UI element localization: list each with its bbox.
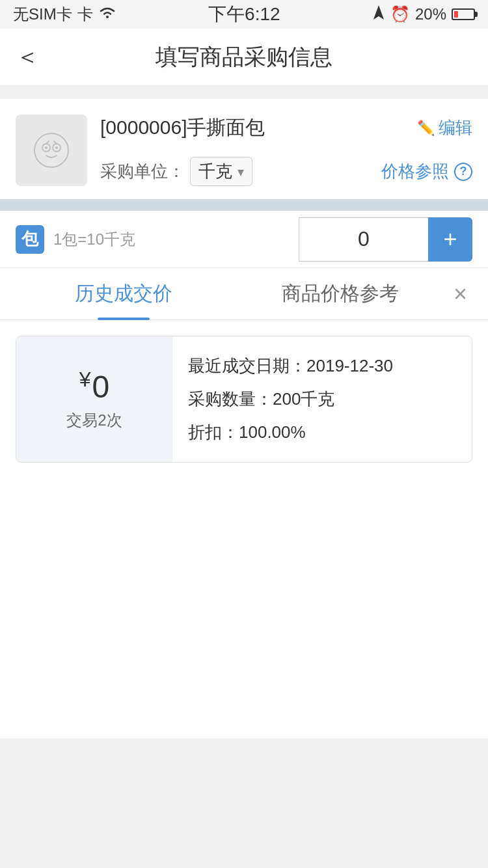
recent-date-label: 最近成交日期： — [188, 356, 306, 375]
history-card: ¥0 交易2次 最近成交日期：2019-12-30 采购数量：200千克 折扣：… — [16, 336, 472, 463]
quantity-row: 包 1包=10千克 + — [0, 211, 488, 268]
history-times-label: 交易2次 — [66, 410, 122, 431]
product-card: [0000006]手撕面包 ✏️ 编辑 采购单位： 千克 ▾ 价格参照 ? — [0, 99, 488, 199]
help-icon: ? — [454, 163, 472, 181]
edit-button[interactable]: ✏️ 编辑 — [417, 116, 472, 139]
purchase-qty-row: 采购数量：200千克 — [188, 388, 456, 411]
alarm-icon: ⏰ — [390, 5, 410, 23]
recent-date-row: 最近成交日期：2019-12-30 — [188, 355, 456, 377]
unit-conversion-text: 1包=10千克 — [53, 229, 135, 250]
tabs-header: 历史成交价 商品价格参考 × — [0, 268, 488, 320]
svg-point-4 — [45, 146, 47, 149]
empty-content-area — [0, 478, 488, 739]
qty-input-group: + — [299, 217, 472, 262]
page-title: 填写商品采购信息 — [156, 42, 332, 72]
product-unit-row: 采购单位： 千克 ▾ 价格参照 ? — [100, 157, 472, 186]
discount-value: 100.00% — [239, 422, 306, 442]
history-price-value: ¥0 — [79, 368, 110, 405]
status-time: 下午6:12 — [208, 2, 280, 27]
svg-marker-0 — [373, 5, 384, 20]
section-divider — [0, 199, 488, 211]
carrier-text: 无SIM卡 — [13, 4, 72, 25]
status-right: ⏰ 20% — [372, 4, 475, 25]
price-ref-label: 价格参照 — [381, 160, 449, 183]
location-icon — [372, 4, 385, 25]
tab-close-button[interactable]: × — [448, 280, 472, 308]
tabs-section: 历史成交价 商品价格参考 × ¥0 交易2次 最近成交日期：2019-12-30… — [0, 268, 488, 478]
tab-history-price-label: 历史成交价 — [75, 280, 172, 307]
tab-price-reference[interactable]: 商品价格参考 — [232, 268, 448, 320]
tab-active-indicator — [98, 318, 150, 320]
tab-price-reference-label: 商品价格参考 — [282, 280, 399, 307]
status-left: 无SIM卡 卡 — [13, 4, 116, 25]
history-card-price-section: ¥0 交易2次 — [16, 336, 172, 462]
unit-label: 采购单位： — [100, 160, 185, 183]
history-card-detail-section: 最近成交日期：2019-12-30 采购数量：200千克 折扣：100.00% — [172, 336, 472, 462]
tab-history-price[interactable]: 历史成交价 — [16, 268, 232, 320]
discount-label: 折扣： — [188, 422, 239, 442]
price-ref-button[interactable]: 价格参照 ? — [381, 160, 472, 183]
battery-percent: 20% — [415, 5, 446, 23]
discount-row: 折扣：100.00% — [188, 421, 456, 444]
history-list: ¥0 交易2次 最近成交日期：2019-12-30 采购数量：200千克 折扣：… — [0, 320, 488, 478]
sim-card-icon: 卡 — [77, 4, 93, 25]
qty-unit-info: 包 1包=10千克 — [16, 225, 135, 254]
wifi-icon — [98, 5, 116, 23]
unit-selector[interactable]: 千克 ▾ — [190, 157, 252, 186]
quantity-plus-button[interactable]: + — [428, 217, 472, 262]
quantity-input[interactable] — [299, 217, 429, 262]
recent-date-value: 2019-12-30 — [306, 356, 393, 375]
svg-point-5 — [55, 146, 58, 149]
product-info: [0000006]手撕面包 ✏️ 编辑 采购单位： 千克 ▾ 价格参照 ? — [100, 115, 472, 186]
battery-icon — [452, 8, 475, 20]
product-name: [0000006]手撕面包 — [100, 115, 265, 141]
unit-value: 千克 — [198, 160, 232, 183]
unit-icon-badge: 包 — [16, 225, 44, 254]
svg-point-1 — [34, 133, 68, 167]
edit-label: 编辑 — [439, 116, 472, 139]
back-button[interactable]: ＜ — [16, 41, 39, 73]
purchase-qty-value: 200千克 — [273, 389, 334, 409]
status-bar: 无SIM卡 卡 下午6:12 ⏰ 20% — [0, 0, 488, 29]
product-thumbnail — [16, 115, 87, 186]
product-name-row: [0000006]手撕面包 ✏️ 编辑 — [100, 115, 472, 141]
chevron-down-icon: ▾ — [237, 164, 244, 180]
purchase-qty-label: 采购数量： — [188, 389, 273, 409]
price-number: 0 — [92, 370, 110, 404]
nav-bar: ＜ 填写商品采购信息 — [0, 29, 488, 86]
currency-symbol: ¥ — [79, 368, 91, 391]
edit-icon: ✏️ — [417, 120, 435, 137]
